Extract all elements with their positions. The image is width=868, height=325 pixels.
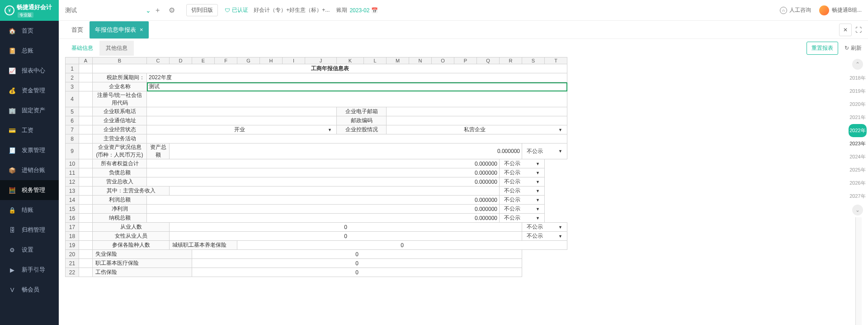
sidebar-item-close[interactable]: 🔒结账	[0, 200, 59, 220]
row-12[interactable]: 12	[66, 177, 79, 186]
tax-icon: 🧮	[8, 186, 16, 194]
year-down-button[interactable]: ⌄	[852, 205, 863, 215]
reset-button[interactable]: 重置报表	[807, 42, 838, 55]
sidebar-item-salary[interactable]: 💳工资	[0, 120, 59, 140]
add-icon[interactable]: +	[151, 6, 164, 14]
col-S[interactable]: S	[522, 57, 545, 64]
subtab-basic[interactable]: 基础信息	[65, 41, 99, 56]
row-2[interactable]: 2	[66, 73, 79, 82]
row-7[interactable]: 7	[66, 125, 79, 134]
col-T[interactable]: T	[545, 57, 567, 64]
sidebar-item-asset[interactable]: 🏢固定资产	[0, 100, 59, 120]
refresh-button[interactable]: ↻ 刷新	[844, 44, 862, 52]
gear-icon[interactable]: ⚙	[164, 6, 179, 14]
sidebar-item-stock[interactable]: 📦进销台账	[0, 160, 59, 180]
col-R[interactable]: R	[500, 57, 522, 64]
close-icon[interactable]: ×	[140, 26, 143, 33]
col-E[interactable]: E	[192, 57, 215, 64]
support-link[interactable]: ∩ 人工咨询	[780, 6, 811, 14]
col-H[interactable]: H	[260, 57, 283, 64]
sidebar-item-invoice[interactable]: 🧾发票管理	[0, 140, 59, 160]
row-8[interactable]: 8	[66, 134, 79, 143]
sidebar-item-ledger[interactable]: 📔总账	[0, 41, 59, 61]
col-A[interactable]: A	[79, 57, 93, 64]
row-9[interactable]: 9	[66, 143, 79, 159]
year-2018年[interactable]: 2018年	[847, 72, 868, 85]
logo: ¥ 畅捷通好会计 专业版	[0, 0, 59, 21]
topbar: 测试 ⌄ + ⚙ 切到旧版 🛡 已认证 好会计（专）+好生意（标）+... 账期…	[59, 0, 868, 21]
period-select[interactable]: 2023-02 📅	[349, 7, 378, 14]
sidebar-item-money[interactable]: 💰资金管理	[0, 81, 59, 100]
col-F[interactable]: F	[215, 57, 237, 64]
row-1[interactable]: 1	[66, 64, 79, 73]
close-icon: 🔒	[8, 206, 16, 214]
vip-icon: V	[8, 286, 16, 294]
row-17[interactable]: 17	[66, 223, 79, 232]
row-19[interactable]: 19	[66, 241, 79, 250]
ledger-icon: 📔	[8, 47, 16, 55]
year-up-button[interactable]: ⌃	[852, 59, 863, 70]
year-2023年[interactable]: 2023年	[847, 137, 868, 150]
row-4[interactable]: 4	[66, 91, 79, 107]
company-name-cell[interactable]: 测试	[147, 82, 567, 91]
company-select[interactable]: 测试 ⌄	[65, 6, 151, 14]
col-M[interactable]: M	[387, 57, 409, 64]
col-D[interactable]: D	[170, 57, 192, 64]
row-21[interactable]: 21	[66, 259, 79, 268]
expand-icon[interactable]: ⛶	[855, 26, 862, 33]
col-I[interactable]: I	[283, 57, 305, 64]
row-10[interactable]: 10	[66, 159, 79, 168]
row-16[interactable]: 16	[66, 214, 79, 223]
spreadsheet[interactable]: ABCDEFGHIJKLMNOPQRST1工商年报信息表2税款所属期间：2022…	[65, 57, 855, 325]
year-2019年[interactable]: 2019年	[847, 85, 868, 98]
year-2026年[interactable]: 2026年	[847, 177, 868, 190]
close-all-button[interactable]: ✕	[839, 24, 852, 36]
col-Q[interactable]: Q	[477, 57, 500, 64]
sidebar-item-home[interactable]: 🏠首页	[0, 21, 59, 41]
year-2027年[interactable]: 2027年	[847, 190, 868, 203]
year-2025年[interactable]: 2025年	[847, 163, 868, 177]
year-2022年[interactable]: 2022年	[849, 124, 867, 137]
main: 测试 ⌄ + ⚙ 切到旧版 🛡 已认证 好会计（专）+好生意（标）+... 账期…	[59, 0, 868, 325]
row-22[interactable]: 22	[66, 268, 79, 277]
tab-home[interactable]: 首页	[65, 26, 90, 34]
row-13[interactable]: 13	[66, 186, 79, 196]
switch-old-button[interactable]: 切到旧版	[186, 4, 218, 16]
sidebar-item-settings[interactable]: ⚙设置	[0, 240, 59, 260]
sidebar-item-archive[interactable]: 🗄归档管理	[0, 220, 59, 240]
sidebar-item-vip[interactable]: V畅会员	[0, 280, 59, 300]
subtab-other[interactable]: 其他信息	[99, 41, 134, 56]
period-label: 账期	[336, 6, 347, 14]
sidebar-item-chart[interactable]: 📈报表中心	[0, 61, 59, 81]
tab-active[interactable]: 年报信息申报表 ×	[90, 21, 149, 38]
sidebar-item-guide[interactable]: ▶新手引导	[0, 260, 59, 280]
row-5[interactable]: 5	[66, 107, 79, 116]
col-O[interactable]: O	[432, 57, 454, 64]
year-2020年[interactable]: 2020年	[847, 98, 868, 111]
col-J[interactable]: J	[305, 57, 337, 64]
row-11[interactable]: 11	[66, 168, 79, 177]
row-3[interactable]: 3	[66, 82, 79, 91]
sidebar-item-tax[interactable]: 🧮税务管理	[0, 180, 59, 200]
row-14[interactable]: 14	[66, 196, 79, 205]
row-18[interactable]: 18	[66, 232, 79, 241]
shield-icon: 🛡	[225, 7, 230, 14]
money-icon: 💰	[8, 86, 16, 95]
col-C[interactable]: C	[147, 57, 170, 64]
invoice-icon: 🧾	[8, 146, 16, 154]
col-B[interactable]: B	[93, 57, 147, 64]
col-G[interactable]: G	[237, 57, 260, 64]
col-L[interactable]: L	[364, 57, 387, 64]
refresh-icon: ↻	[844, 45, 849, 51]
year-2021年[interactable]: 2021年	[847, 111, 868, 124]
row-15[interactable]: 15	[66, 205, 79, 214]
col-P[interactable]: P	[454, 57, 477, 64]
avatar[interactable]	[819, 5, 829, 15]
year-2024年[interactable]: 2024年	[847, 150, 868, 163]
row-20[interactable]: 20	[66, 250, 79, 259]
col-K[interactable]: K	[337, 57, 364, 64]
home-icon: 🏠	[8, 27, 16, 35]
salary-icon: 💳	[8, 126, 16, 134]
row-6[interactable]: 6	[66, 116, 79, 125]
col-N[interactable]: N	[409, 57, 432, 64]
